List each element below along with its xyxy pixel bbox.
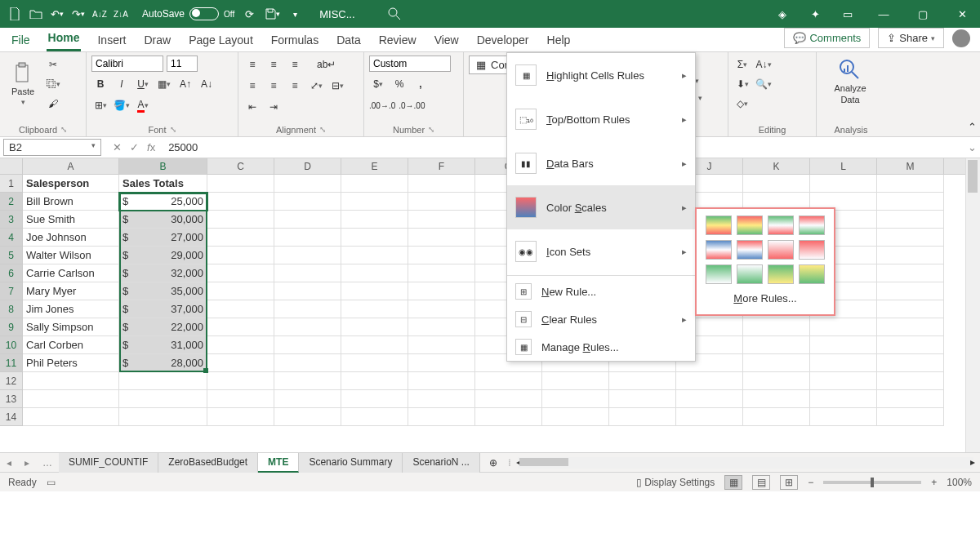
cell-A1[interactable]: Salesperson [23,175,119,193]
sheet-tab-zerobasedbudget[interactable]: ZeroBasedBudget [158,453,258,473]
tab-formulas[interactable]: Formulas [270,29,320,51]
cell-F1[interactable] [408,175,475,193]
diamond-icon[interactable]: ◈ [774,6,791,22]
cell-F13[interactable] [408,390,475,408]
cell-E11[interactable] [341,354,408,372]
row-header-4[interactable]: 4 [0,229,23,247]
column-header-B[interactable]: B [119,158,207,174]
zoom-level[interactable]: 100% [947,477,972,488]
column-header-E[interactable]: E [341,158,408,174]
merge-icon[interactable]: ⊟▾ [328,77,346,95]
cell-F5[interactable] [408,247,475,264]
cell-E2[interactable] [341,193,408,211]
cf-highlight-cells[interactable]: ▦Highlight Cells Rules▸ [507,53,695,97]
align-middle-icon[interactable]: ≡ [265,56,283,73]
cell-B1[interactable]: Sales Totals [119,175,207,193]
cell-J14[interactable] [676,408,743,426]
cancel-formula-icon[interactable]: ✕ [113,141,122,153]
cell-G12[interactable] [475,372,542,390]
cell-K14[interactable] [743,408,810,426]
fill-color-icon[interactable]: 🪣▾ [113,96,131,114]
cell-C5[interactable] [207,247,274,264]
cell-C12[interactable] [207,372,274,390]
color-scale-option-8[interactable] [799,240,825,260]
cell-E1[interactable] [341,175,408,193]
tab-page-layout[interactable]: Page Layout [187,29,255,51]
cf-top-bottom[interactable]: ⬚₁₀Top/Bottom Rules▸ [507,97,695,141]
close-button[interactable]: ✕ [951,2,973,25]
cell-E8[interactable] [341,300,408,318]
cell-D2[interactable] [274,193,341,211]
sheet-tab-sumif-countif[interactable]: SUMIF_COUNTIF [59,453,158,473]
cell-B2[interactable]: $25,000 [119,193,207,211]
cell-F9[interactable] [408,318,475,336]
cell-D13[interactable] [274,390,341,408]
cell-F2[interactable] [408,193,475,211]
cell-L14[interactable] [810,408,877,426]
color-scale-option-10[interactable] [737,264,763,284]
row-header-5[interactable]: 5 [0,247,23,264]
cell-B6[interactable]: $32,000 [119,264,207,282]
collapse-ribbon-icon[interactable]: ⌃ [968,121,977,133]
cell-E9[interactable] [341,318,408,336]
ribbon-mode-icon[interactable]: ▭ [840,6,856,22]
cell-L10[interactable] [810,336,877,354]
cell-E5[interactable] [341,247,408,264]
zoom-in-button[interactable]: + [931,477,937,488]
cell-J13[interactable] [676,390,743,408]
tab-help[interactable]: Help [546,29,572,51]
comma-format-icon[interactable]: , [412,75,430,93]
cell-C6[interactable] [207,264,274,282]
cell-E6[interactable] [341,264,408,282]
copy-icon[interactable]: ⿻▾ [44,75,62,93]
sheet-tab-scenario-summary[interactable]: Scenario Summary [299,453,403,473]
column-header-C[interactable]: C [207,158,274,174]
sheet-nav-next[interactable]: ▸ [18,457,36,469]
color-scale-option-9[interactable] [706,264,732,284]
sort-desc-icon[interactable]: Z↓A [113,6,129,22]
more-rules-button[interactable]: More Rules... [703,284,827,308]
name-box[interactable]: B2▾ [3,139,101,156]
add-sheet-button[interactable]: ⊕ [485,457,501,469]
cell-K11[interactable] [743,354,810,372]
accounting-format-icon[interactable]: $▾ [369,75,387,93]
cell-B9[interactable]: $22,000 [119,318,207,336]
font-launcher-icon[interactable]: ⤡ [170,125,176,135]
cell-A8[interactable]: Jim Jones [23,300,119,318]
select-all-corner[interactable] [0,158,23,175]
cell-M2[interactable] [877,193,944,211]
cell-F10[interactable] [408,336,475,354]
search-icon[interactable] [386,6,403,22]
cell-C4[interactable] [207,229,274,247]
horizontal-scrollbar[interactable]: ◂▸ [518,457,973,469]
cell-D6[interactable] [274,264,341,282]
increase-font-icon[interactable]: A↑ [176,75,194,93]
zoom-out-button[interactable]: − [808,477,813,488]
color-scale-option-2[interactable] [737,216,763,235]
cell-C8[interactable] [207,300,274,318]
enter-formula-icon[interactable]: ✓ [130,141,139,153]
refresh-icon[interactable]: ⟳ [241,6,257,22]
cell-J12[interactable] [676,372,743,390]
cell-M12[interactable] [877,372,944,390]
sort-asc-icon[interactable]: A↓Z [91,6,108,22]
tab-view[interactable]: View [433,29,461,51]
page-break-view-icon[interactable]: ⊞ [780,475,798,490]
format-painter-icon[interactable]: 🖌 [44,95,62,113]
cell-E14[interactable] [341,408,408,426]
cell-M9[interactable] [877,318,944,336]
decrease-font-icon[interactable]: A↓ [198,75,216,93]
underline-button[interactable]: U▾ [134,75,152,93]
tab-home[interactable]: Home [47,26,82,51]
cell-D4[interactable] [274,229,341,247]
cell-K12[interactable] [743,372,810,390]
user-avatar[interactable] [952,29,970,47]
cell-D8[interactable] [274,300,341,318]
cell-M7[interactable] [877,282,944,300]
zoom-slider[interactable] [823,481,921,484]
fill-icon[interactable]: ⬇▾ [733,75,751,93]
cell-B12[interactable] [119,372,207,390]
cell-B7[interactable]: $35,000 [119,282,207,300]
cell-H12[interactable] [542,372,609,390]
column-header-A[interactable]: A [23,158,119,174]
